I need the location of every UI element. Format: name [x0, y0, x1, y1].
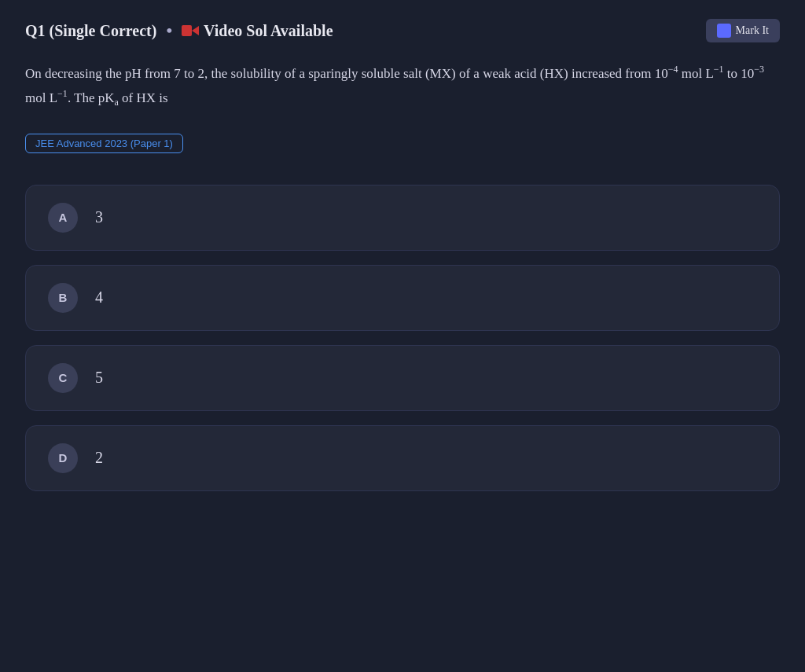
options-container: A 3 B 4 C 5 D 2 — [25, 185, 780, 491]
tag-badge-label: JEE Advanced 2023 (Paper 1) — [25, 134, 183, 153]
option-b[interactable]: B 4 — [25, 265, 780, 331]
option-a-value: 3 — [95, 208, 103, 226]
svg-marker-1 — [192, 26, 199, 35]
dot-separator: • — [166, 20, 172, 41]
header-left: Q1 (Single Correct) • Video Sol Availabl… — [25, 20, 333, 41]
svg-rect-0 — [182, 25, 192, 36]
bookmark-icon — [717, 24, 731, 38]
option-b-value: 4 — [95, 288, 103, 307]
mark-it-button[interactable]: Mark It — [706, 19, 780, 42]
question-header: Q1 (Single Correct) • Video Sol Availabl… — [25, 19, 780, 42]
option-c[interactable]: C 5 — [25, 345, 780, 411]
option-d-label: D — [48, 443, 78, 473]
video-sol-text: Video Sol Available — [204, 22, 333, 40]
option-c-value: 5 — [95, 369, 103, 387]
option-c-label: C — [48, 363, 78, 393]
video-icon — [182, 24, 199, 37]
option-a[interactable]: A 3 — [25, 185, 780, 251]
question-tag: JEE Advanced 2023 (Paper 1) — [25, 127, 780, 153]
question-type-label: Q1 (Single Correct) — [25, 22, 156, 40]
option-b-label: B — [48, 283, 78, 313]
option-d[interactable]: D 2 — [25, 425, 780, 491]
question-body: On decreasing the pH from 7 to 2, the so… — [25, 61, 780, 112]
option-a-label: A — [48, 203, 78, 233]
mark-it-label: Mark It — [736, 24, 769, 37]
option-d-value: 2 — [95, 449, 103, 467]
video-sol-label: Video Sol Available — [182, 22, 333, 40]
